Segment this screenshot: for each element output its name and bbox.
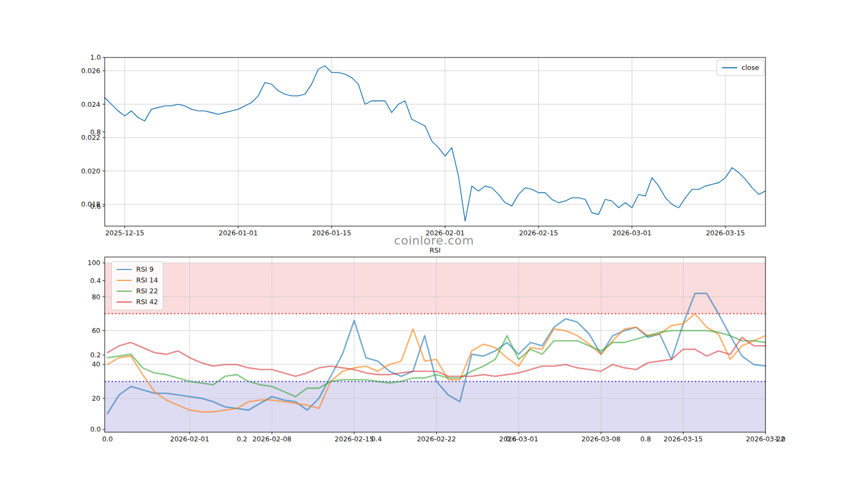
- svg-text:80: 80: [92, 293, 100, 301]
- rsi42-line-swatch: [117, 301, 132, 303]
- svg-text:0.026: 0.026: [81, 67, 101, 75]
- svg-text:2026-02-01: 2026-02-01: [170, 435, 209, 443]
- watermark: coinlore.com: [0, 234, 868, 247]
- price-grid: [105, 57, 765, 226]
- svg-text:2026-03-01: 2026-03-01: [499, 435, 538, 443]
- price-plot: 2025-12-152026-01-012026-01-152026-02-01…: [81, 57, 765, 237]
- legend-entry-close: close: [722, 62, 759, 73]
- svg-text:40: 40: [92, 360, 100, 368]
- svg-text:1.0: 1.0: [90, 53, 101, 61]
- svg-text:100: 100: [87, 259, 100, 267]
- legend-label-rsi22: RSI 22: [136, 286, 158, 297]
- svg-text:0.6: 0.6: [90, 202, 101, 210]
- overbought-band: [105, 263, 765, 314]
- svg-text:2026-02-22: 2026-02-22: [417, 435, 456, 443]
- svg-text:0.8: 0.8: [640, 435, 651, 443]
- legend-label-rsi42: RSI 42: [136, 297, 158, 307]
- rsi14-line-swatch: [117, 280, 132, 281]
- svg-text:0.2: 0.2: [90, 351, 101, 359]
- rsi22-line-swatch: [117, 291, 132, 292]
- svg-text:0.020: 0.020: [81, 167, 101, 175]
- legend-label-close: close: [742, 62, 759, 73]
- svg-text:0.4: 0.4: [371, 435, 382, 443]
- svg-text:2026-03-15: 2026-03-15: [663, 435, 703, 443]
- rsi-legend: RSI 9 RSI 14 RSI 22 RSI 42: [111, 261, 163, 310]
- svg-text:20: 20: [92, 394, 100, 402]
- svg-text:0.4: 0.4: [90, 277, 101, 285]
- series-close: [105, 66, 765, 221]
- legend-label-rsi14: RSI 14: [136, 275, 158, 286]
- svg-text:0.2: 0.2: [237, 435, 247, 443]
- svg-text:1.0: 1.0: [775, 435, 786, 443]
- price-frame: [105, 57, 765, 226]
- svg-text:2026-03-08: 2026-03-08: [582, 435, 621, 443]
- svg-text:0.6: 0.6: [506, 435, 516, 443]
- price-tick-labels: 2025-12-152026-01-012026-01-152026-02-01…: [81, 67, 745, 237]
- legend-entry-rsi22: RSI 22: [117, 286, 158, 297]
- oversold-band: [105, 381, 765, 432]
- svg-text:2026-02-08: 2026-02-08: [252, 435, 291, 443]
- svg-text:60: 60: [92, 326, 100, 335]
- legend-entry-rsi14: RSI 14: [117, 275, 158, 286]
- rsi9-line-swatch: [117, 269, 132, 270]
- svg-text:2026-02-15: 2026-02-15: [335, 435, 374, 443]
- legend-label-rsi9: RSI 9: [136, 264, 154, 275]
- svg-text:0.0: 0.0: [102, 435, 113, 443]
- legend-entry-rsi42: RSI 42: [117, 297, 158, 307]
- svg-text:0.024: 0.024: [81, 100, 101, 108]
- rsi-plot: 2026-02-012026-02-082026-02-152026-02-22…: [87, 257, 785, 443]
- figure: 2025-12-152026-01-012026-01-152026-02-01…: [0, 0, 868, 488]
- price-legend: close: [717, 60, 764, 76]
- svg-text:0.0: 0.0: [90, 425, 101, 433]
- close-line-swatch: [722, 67, 737, 68]
- legend-entry-rsi9: RSI 9: [117, 264, 158, 275]
- svg-text:0.8: 0.8: [90, 128, 101, 136]
- rsi-panel-title: RSI: [0, 246, 868, 254]
